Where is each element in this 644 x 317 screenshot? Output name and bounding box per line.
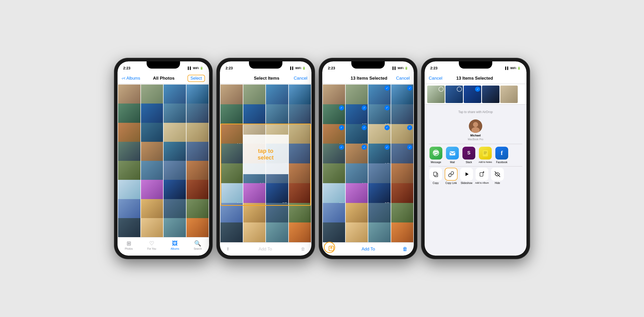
strip-photo[interactable] <box>500 86 518 103</box>
share-button-3[interactable] <box>328 246 334 253</box>
grid-cell[interactable]: ✓ <box>346 144 368 166</box>
add-to-button-2[interactable]: Add To <box>258 247 272 252</box>
albums-back-button[interactable]: ‹ < Albums <box>122 76 140 81</box>
grid-cell[interactable] <box>391 183 414 206</box>
grid-cell[interactable] <box>289 183 311 206</box>
grid-cell[interactable] <box>368 203 391 225</box>
grid-cell[interactable] <box>220 163 243 186</box>
airdrop-name: Michael <box>470 134 481 137</box>
strip-photo[interactable]: ✓ <box>464 86 481 103</box>
grid-cell[interactable]: ✓ <box>323 144 345 166</box>
grid-cell[interactable]: 0:22 <box>266 104 288 127</box>
grid-cell[interactable] <box>220 203 243 225</box>
grid-cell[interactable]: 0:18✓ <box>346 104 368 127</box>
grid-cell[interactable]: ✓ <box>323 104 345 127</box>
grid-cell[interactable] <box>141 218 163 237</box>
grid-cell[interactable] <box>391 163 414 186</box>
tab-search[interactable]: 🔍 Search <box>194 240 202 250</box>
grid-cell[interactable] <box>323 85 345 107</box>
tab-albums[interactable]: 🖼 Albums <box>171 240 179 250</box>
grid-cell[interactable] <box>346 85 368 107</box>
grid-cell[interactable] <box>391 104 414 127</box>
grid-cell[interactable]: 0:14 <box>323 183 345 206</box>
grid-cell[interactable]: 0:22✓ <box>368 104 391 127</box>
grid-cell[interactable] <box>289 163 311 186</box>
grid-cell[interactable]: 0:33✓ <box>368 144 391 166</box>
grid-cell[interactable] <box>289 85 311 107</box>
airdrop-label: Tap to share with AirDrop <box>425 108 526 115</box>
grid-cell[interactable] <box>118 218 140 237</box>
grid-cell[interactable] <box>243 183 266 206</box>
share-action-add-album[interactable]: Add to Album <box>475 168 489 184</box>
strip-photo[interactable] <box>445 86 463 103</box>
grid-cell[interactable]: ✓ <box>391 124 414 146</box>
strip-photo[interactable] <box>482 86 499 103</box>
grid-cell[interactable] <box>220 85 243 107</box>
grid-cell[interactable] <box>220 144 243 166</box>
foryou-icon: ♡ <box>149 240 154 247</box>
tab-photos[interactable]: ⊞ Photos <box>125 240 133 250</box>
grid-cell[interactable] <box>289 124 311 146</box>
share-app-slack[interactable]: S Slack <box>462 147 476 164</box>
grid-cell[interactable] <box>220 104 243 127</box>
grid-cell[interactable]: 0:36 <box>266 183 288 206</box>
grid-cell[interactable]: ✓ <box>391 85 414 107</box>
delete-button-3[interactable]: 🗑 <box>402 246 408 252</box>
grid-cell[interactable]: 0:12✓ <box>346 124 368 146</box>
cancel-button-4[interactable]: Cancel <box>429 76 442 81</box>
cancel-button-3[interactable]: Cancel <box>396 76 410 81</box>
grid-cell[interactable] <box>289 144 311 166</box>
grid-cell[interactable]: 0:14 <box>220 183 243 206</box>
share-action-hide[interactable]: Hide <box>490 168 504 184</box>
grid-cell[interactable] <box>289 222 311 242</box>
share-button-2[interactable]: ⬆ <box>226 246 230 252</box>
grid-cell[interactable] <box>368 163 391 186</box>
grid-cell[interactable] <box>243 222 266 242</box>
strip-photo[interactable] <box>427 86 445 103</box>
add-to-button-3[interactable]: Add To <box>362 247 375 252</box>
grid-cell[interactable] <box>289 203 311 225</box>
signal-icon: ▌▌ <box>188 67 192 70</box>
grid-cell[interactable] <box>346 183 368 206</box>
grid-cell[interactable]: ✓ <box>368 124 391 146</box>
cancel-button-2[interactable]: Cancel <box>294 76 307 81</box>
share-app-message[interactable]: Message <box>429 147 443 164</box>
grid-cell[interactable]: ✓ <box>391 144 414 166</box>
share-action-copy-link[interactable]: Copy Link <box>444 168 458 184</box>
grid-cell[interactable]: 0:36 <box>368 183 391 206</box>
grid-cell[interactable] <box>243 85 266 107</box>
svg-point-10 <box>437 152 437 153</box>
grid-cell[interactable]: 0:24 <box>220 124 243 146</box>
grid-cell[interactable] <box>266 85 288 107</box>
grid-cell[interactable] <box>323 203 345 225</box>
tab-foryou[interactable]: ♡ For You <box>147 240 156 250</box>
grid-cell[interactable] <box>368 222 391 242</box>
share-action-slideshow[interactable]: Slideshow <box>460 168 473 184</box>
grid-cell[interactable] <box>346 222 368 242</box>
grid-cell[interactable] <box>323 163 345 186</box>
grid-cell[interactable] <box>323 222 345 242</box>
delete-button-2[interactable]: 🗑 <box>301 247 305 252</box>
share-app-notes[interactable]: Add to Notes <box>478 147 493 164</box>
grid-cell[interactable] <box>164 218 186 237</box>
share-app-facebook[interactable]: f Facebook <box>495 147 509 164</box>
airdrop-person[interactable]: Michael MacBook Pro <box>468 119 483 141</box>
grid-cell[interactable] <box>391 203 414 225</box>
grid-cell[interactable] <box>266 222 288 242</box>
select-button[interactable]: Select <box>187 75 205 82</box>
grid-cell[interactable] <box>266 203 288 225</box>
check-mark: ✓ <box>384 86 390 91</box>
grid-cell[interactable]: ✓ <box>368 85 391 107</box>
grid-cell[interactable] <box>289 104 311 127</box>
grid-cell[interactable] <box>346 203 368 225</box>
share-app-mail[interactable]: Mail <box>445 147 460 164</box>
grid-cell[interactable]: 0:11 <box>346 163 368 186</box>
grid-cell[interactable] <box>186 218 209 237</box>
grid-cell[interactable]: 0:24✓ <box>323 124 345 146</box>
grid-cell[interactable]: 0:18 <box>243 104 266 127</box>
grid-cell[interactable] <box>391 222 414 242</box>
share-action-copy[interactable]: Copy <box>429 168 443 184</box>
grid-cell[interactable] <box>243 203 266 225</box>
grid-cell[interactable] <box>220 222 243 242</box>
phone-3-screen: 2:23 ▌▌ WiFi 🔋 13 Items Selected Cancel <box>322 61 414 256</box>
